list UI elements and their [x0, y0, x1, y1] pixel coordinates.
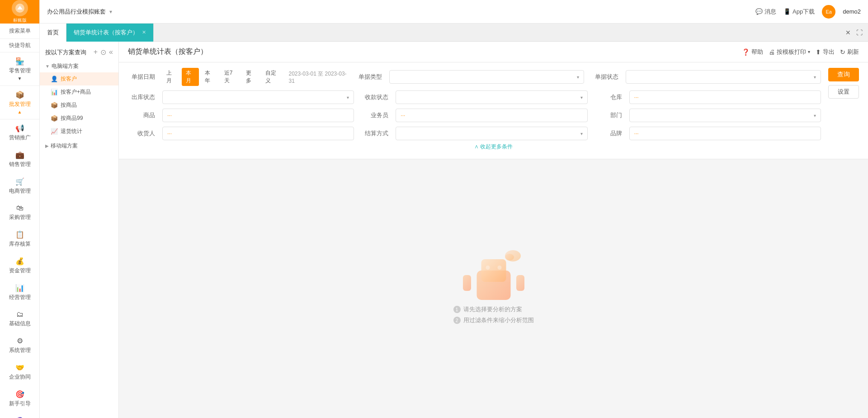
department-select[interactable]: ▾: [629, 109, 821, 122]
payment-arrow-icon: ▾: [580, 95, 583, 100]
custom-btn[interactable]: 自定义: [261, 68, 283, 86]
tabbar: 首页 销货单统计表（按客户） ✕ ✕ ⛶: [40, 24, 868, 42]
panel-header: 按以下方案查询 + ⊙ «: [40, 45, 118, 59]
messages-button[interactable]: 💬 消息: [755, 8, 776, 16]
messages-label: 消息: [764, 8, 776, 16]
export-button[interactable]: ⬆ 导出: [816, 48, 835, 56]
inventory-icon: 📋: [15, 230, 24, 239]
goods-label: 商品: [128, 111, 155, 119]
order-type-select[interactable]: ▾: [389, 70, 585, 84]
order-status-select[interactable]: ▾: [626, 70, 821, 84]
template-print-label: 按模板打印: [777, 48, 806, 56]
warehouse-label: 仓库: [595, 93, 622, 101]
tab-close-icon[interactable]: ✕: [142, 29, 146, 35]
add-scheme-button[interactable]: +: [94, 48, 98, 57]
logo-icon: [12, 0, 28, 16]
mobile-scheme-group: ▶ 移动端方案: [40, 139, 118, 153]
refresh-button[interactable]: ↻ 刷新: [840, 48, 859, 56]
username-label[interactable]: demo2: [843, 8, 861, 15]
collapse-bar[interactable]: ∧ 收起更多条件: [128, 140, 859, 153]
mobile-group-arrow-icon: ▶: [45, 143, 49, 148]
search-label[interactable]: 搜索菜单: [9, 28, 31, 34]
sidebar-item-retail[interactable]: 🏪 零售管理 ▼: [0, 52, 39, 86]
sidebar-item-finance[interactable]: 💰 资金管理: [0, 252, 39, 279]
filter-row-1: 单据日期 上月 本月 本年 近7天 更多 自定义 20: [128, 68, 821, 86]
topbar-right: 💬 消息 📱 App下载 Ea demo2: [755, 5, 861, 19]
receiver-select[interactable]: ···: [162, 127, 354, 140]
goods-select[interactable]: ···: [162, 109, 354, 122]
empty-tips: 1 请先选择要分析的方案 2 用过滤条件来缩小分析范围: [453, 305, 534, 327]
payment-select[interactable]: ▾: [396, 90, 587, 104]
sidebar-item-wholesale[interactable]: 📦 批发管理 ▲: [0, 86, 39, 119]
scheme-item-by-goods99[interactable]: 📦 按商品99: [40, 112, 118, 125]
help-button[interactable]: ❓ 帮助: [742, 48, 763, 56]
tab-close-button[interactable]: ✕: [844, 27, 853, 38]
scheme-item-by-customer-goods[interactable]: 📊 按客户+商品: [40, 86, 118, 99]
refresh-icon: ↻: [840, 48, 845, 56]
refresh-label: 刷新: [847, 48, 859, 56]
sidebar-logo[interactable]: 标账版: [0, 0, 39, 24]
last7-btn[interactable]: 近7天: [220, 68, 240, 86]
tab-maximize-icon[interactable]: ⛶: [854, 27, 864, 38]
brand-more-icon: ···: [634, 130, 639, 137]
sidebar-item-ecommerce[interactable]: 🛒 电商管理: [0, 173, 39, 200]
desktop-group-arrow-icon: ▼: [45, 64, 50, 69]
scheme-item-return-stats[interactable]: 📈 退货统计: [40, 125, 118, 138]
help-label: 帮助: [751, 48, 763, 56]
shipment-select[interactable]: ▾: [162, 90, 354, 104]
scheme-item-by-customer[interactable]: 👤 按客户: [40, 72, 118, 86]
marketing-icon: 📢: [15, 124, 24, 133]
warehouse-more-icon: ···: [634, 94, 639, 100]
sidebar-item-basic[interactable]: 🗂 基础信息: [0, 306, 39, 332]
settlement-select[interactable]: ▾: [396, 127, 587, 140]
panel-header-actions: + ⊙ «: [94, 48, 113, 57]
settlement-arrow-icon: ▾: [580, 131, 583, 136]
scheme-item-by-goods[interactable]: 📦 按商品: [40, 99, 118, 112]
sidebar-item-purchase[interactable]: 🛍 采购管理: [0, 200, 39, 226]
sidebar-item-inventory[interactable]: 📋 库存核算: [0, 226, 39, 252]
page-actions: ❓ 帮助 🖨 按模板打印 ▾ ⬆ 导出 ↻ 刷新: [742, 48, 859, 56]
settings-button[interactable]: 设置: [828, 85, 859, 99]
sidebar-search-item[interactable]: 搜索菜单: [0, 24, 39, 39]
sidebar-item-apps[interactable]: 🔮 应用中心: [0, 412, 39, 418]
tab-sales-stats[interactable]: 销货单统计表（按客户） ✕: [66, 24, 154, 42]
warehouse-select[interactable]: ···: [629, 90, 821, 104]
this-year-btn[interactable]: 本年: [201, 68, 218, 86]
sidebar-quicknav-item[interactable]: 快捷导航: [0, 39, 39, 52]
last-month-btn[interactable]: 上月: [162, 68, 180, 86]
cooperation-icon: 🤝: [15, 363, 24, 372]
cloud-decoration-2: [505, 254, 514, 261]
salesperson-label: 业务员: [361, 111, 388, 119]
filter-row-3: 商品 ··· 业务员 ··· 部门 ▾: [128, 109, 821, 122]
sidebar-label-system: 系统管理: [9, 347, 31, 354]
empty-illustration: [462, 250, 525, 300]
quicknav-label[interactable]: 快捷导航: [9, 42, 31, 48]
template-print-button[interactable]: 🖨 按模板打印 ▾: [769, 48, 810, 56]
sidebar-item-system[interactable]: ⚙ 系统管理: [0, 332, 39, 359]
query-button[interactable]: 查询: [828, 68, 859, 81]
topbar-dropdown-icon[interactable]: ▾: [109, 9, 112, 15]
sidebar-item-marketing[interactable]: 📢 营销推广: [0, 119, 39, 146]
brand-label: 品牌: [595, 129, 622, 138]
sidebar-label-cooperation: 企业协同: [9, 373, 31, 381]
panel-header-label: 按以下方案查询: [45, 48, 86, 57]
app-download-button[interactable]: 📱 App下载: [783, 8, 815, 16]
tab-home[interactable]: 首页: [40, 24, 66, 42]
collapse-panel-button[interactable]: «: [109, 48, 113, 57]
page-title: 销货单统计表（按客户）: [128, 47, 208, 57]
main-content: 1 请先选择要分析的方案 2 用过滤条件来缩小分析范围: [119, 159, 868, 418]
settings-scheme-button[interactable]: ⊙: [100, 48, 106, 57]
desktop-group-title[interactable]: ▼ 电脑端方案: [40, 60, 118, 72]
this-month-btn[interactable]: 本月: [182, 68, 199, 86]
receiver-more-icon: ···: [167, 130, 172, 137]
system-icon: ⚙: [17, 337, 23, 345]
more-btn[interactable]: 更多: [242, 68, 259, 86]
salesperson-select[interactable]: ···: [396, 109, 587, 122]
mobile-group-title[interactable]: ▶ 移动端方案: [40, 140, 118, 152]
sidebar-item-newbie[interactable]: 🎯 新手引导: [0, 385, 39, 412]
brand-select[interactable]: ···: [629, 127, 821, 140]
sidebar-item-operation[interactable]: 📊 经营管理: [0, 279, 39, 306]
sidebar-item-cooperation[interactable]: 🤝 企业协同: [0, 359, 39, 385]
sidebar-item-sales[interactable]: 💼 销售管理: [0, 146, 39, 173]
user-avatar[interactable]: Ea: [822, 5, 835, 19]
